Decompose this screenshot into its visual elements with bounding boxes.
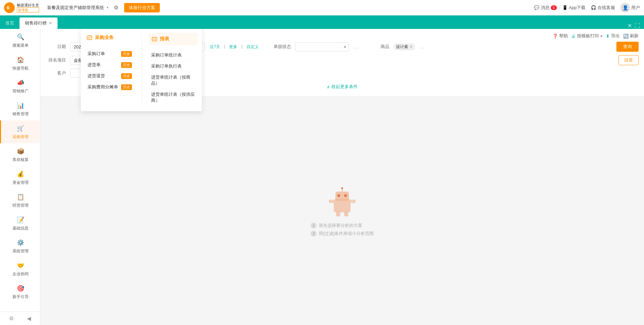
svg-rect-10 [350, 200, 356, 203]
tip-item-1: 1 请先选择要分析的方案 [311, 222, 373, 229]
sidebar-item-finance[interactable]: 💰 资金管理 [0, 166, 40, 189]
avatar: 👤 [620, 3, 630, 12]
message-badge: 5 [551, 5, 557, 10]
tab-minimize-icon[interactable]: ✕ [628, 23, 632, 29]
shortcut-sep2: | [240, 43, 244, 50]
sidebar-item-company[interactable]: 🤝 企业协同 [0, 257, 40, 280]
logo-text: 畅捷通好生意 标准版 [17, 3, 39, 12]
bill-status-select[interactable] [295, 42, 349, 51]
purchase-section-title: 采购业务 [86, 34, 133, 44]
goods-tag-close[interactable]: ✕ [409, 45, 413, 49]
sidebar-item-marketing[interactable]: 📣 营销推广 [0, 75, 40, 97]
export-icon: ⬆ [606, 34, 610, 39]
menu-item-inbound[interactable]: 进货单 历史 [86, 59, 133, 71]
app-download-btn[interactable]: 📱 App下载 [562, 5, 585, 11]
tab-sales-rank[interactable]: 销售排行榜 ✕ [20, 17, 58, 29]
message-btn[interactable]: 💬 消息 5 [534, 5, 557, 11]
app-logo: 6 [4, 2, 15, 13]
date-label: 日期 [46, 44, 66, 50]
bill-status-label: 单据状态 [271, 44, 291, 50]
shortcut-more[interactable]: 更多 [228, 43, 239, 50]
query-btn[interactable]: 查询 [616, 42, 639, 52]
sidebar-item-nav[interactable]: 🏠 快捷导航 [0, 52, 40, 75]
svg-point-4 [344, 194, 347, 197]
refresh-icon: 🔄 [623, 34, 629, 39]
svg-point-6 [341, 187, 343, 189]
empty-state: 1 请先选择要分析的方案 2 用[过滤]条件来缩小分析范围 [40, 97, 644, 325]
online-service-btn[interactable]: 🎧 在线客服 [591, 5, 615, 11]
menu-item-report-3[interactable]: 进货单统计表（按供应商） [150, 89, 197, 106]
user-btn[interactable]: 👤 用户 [620, 3, 640, 12]
system-title: 装餐及固定资产辅助管理系统 [47, 5, 104, 11]
date-shortcuts: 近7天 | 更多 | 自定义 [209, 43, 260, 50]
goods-more[interactable]: ... [419, 44, 425, 49]
bill-status-more[interactable]: ... [353, 44, 359, 49]
settings-icon-btn[interactable]: ⚙ [111, 3, 121, 12]
menu-item-expense[interactable]: 采购费用分摊单 历史 [86, 82, 133, 92]
chevron-up-icon: ∧ [327, 84, 330, 89]
clipboard-icon: 📋 [16, 193, 25, 201]
history-badge-1: 历史 [121, 62, 132, 68]
system-title-dropdown[interactable]: 装餐及固定资产辅助管理系统 ▾ [44, 5, 109, 11]
shortcut-7days[interactable]: 近7天 [209, 43, 222, 50]
tab-expand-icon[interactable]: ⛶ [635, 23, 640, 29]
chart-icon: 📊 [16, 101, 25, 110]
svg-rect-7 [336, 212, 340, 216]
phone-icon: 📱 [562, 5, 568, 10]
tab-bar: 首页 销售排行榜 ✕ ✕ ⛶ [0, 15, 644, 29]
help-btn[interactable]: ❓ 帮助 [552, 33, 568, 39]
rank-item-label: 排名项目 [46, 57, 66, 63]
menu-item-report-2[interactable]: 进货单统计表（按商品） [150, 72, 197, 89]
shortcut-custom[interactable]: 自定义 [245, 43, 260, 50]
sidebar-footer: ⚙ ◀ [0, 312, 40, 325]
sidebar-item-guide[interactable]: 🎯 新手引导 [0, 280, 40, 303]
sidebar-item-inventory[interactable]: 📦 库存核算 [0, 143, 40, 166]
purchase-section: 采购业务 采购订单 历史 进货单 历史 进货退货 历史 [86, 34, 133, 106]
sidebar: 🔍 搜索菜单 🏠 快捷导航 📣 营销推广 📊 销售管理 🛒 采购管理 📦 库存核… [0, 29, 40, 325]
svg-point-3 [337, 194, 340, 197]
menu-divider [141, 34, 142, 106]
menu-item-return[interactable]: 进货退货 历史 [86, 71, 133, 82]
goods-label: 商品 [369, 44, 389, 50]
main-layout: 🔍 搜索菜单 🏠 快捷导航 📣 营销推广 📊 销售管理 🛒 采购管理 📦 库存核… [0, 29, 644, 325]
toolbar-right: ❓ 帮助 🖨 按模板打印 ▾ ⬆ 导出 🔄 刷新 [552, 33, 639, 39]
industry-btn[interactable]: 体验行业方案 [124, 3, 160, 12]
history-badge-0: 历史 [121, 51, 132, 57]
empty-illustration [325, 186, 359, 219]
tip-item-2: 2 用[过滤]条件来缩小分析范围 [311, 231, 373, 237]
sidebar-item-purchase[interactable]: 🛒 采购管理 [0, 120, 40, 143]
print-btn[interactable]: 🖨 按模板打印 ▾ [571, 33, 603, 39]
sidebar-settings-btn[interactable]: ⚙ [9, 315, 14, 322]
tip-num-1: 1 [311, 222, 317, 229]
menu-item-purchase-order[interactable]: 采购订单 历史 [86, 48, 133, 59]
sidebar-item-basic[interactable]: 📝 基础信息 [0, 212, 40, 235]
refresh-btn[interactable]: 🔄 刷新 [623, 33, 639, 39]
svg-rect-9 [329, 200, 334, 203]
target-icon: 🎯 [16, 284, 25, 292]
sidebar-item-operations[interactable]: 📋 经营管理 [0, 189, 40, 212]
tab-home[interactable]: 首页 [0, 17, 20, 29]
handshake-icon: 🤝 [16, 261, 25, 270]
tab-close-icon[interactable]: ✕ [49, 21, 52, 26]
gear-icon: ⚙️ [16, 239, 25, 247]
history-badge-3: 历史 [121, 84, 132, 90]
print-icon: 🖨 [571, 34, 576, 39]
empty-tips: 1 请先选择要分析的方案 2 用[过滤]条件来缩小分析范围 [311, 222, 373, 237]
shortcut-sep1: | [223, 43, 226, 50]
sidebar-item-search[interactable]: 🔍 搜索菜单 [0, 29, 40, 52]
menu-item-report-1[interactable]: 采购订单执行表 [150, 61, 197, 72]
home-icon: 🏠 [16, 56, 25, 64]
purchase-section-icon [86, 34, 93, 41]
header-right: 💬 消息 5 📱 App下载 🎧 在线客服 👤 用户 [534, 3, 640, 12]
dropdown-menu[interactable]: 采购业务 采购订单 历史 进货单 历史 进货退货 历史 [81, 29, 202, 111]
help-icon: ❓ [552, 34, 558, 39]
settings-btn[interactable]: 设置 [618, 55, 639, 65]
sidebar-item-system[interactable]: ⚙️ 系统管理 [0, 235, 40, 257]
sidebar-item-sales[interactable]: 📊 销售管理 [0, 97, 40, 120]
sidebar-collapse-btn[interactable]: ◀ [27, 315, 31, 322]
menu-item-report-0[interactable]: 采购订单统计表 [150, 50, 197, 61]
tab-bar-right: ✕ ⛶ [628, 23, 644, 29]
box-icon: 📦 [16, 147, 25, 155]
cart-icon: 🛒 [16, 124, 25, 132]
export-btn[interactable]: ⬆ 导出 [606, 33, 620, 39]
